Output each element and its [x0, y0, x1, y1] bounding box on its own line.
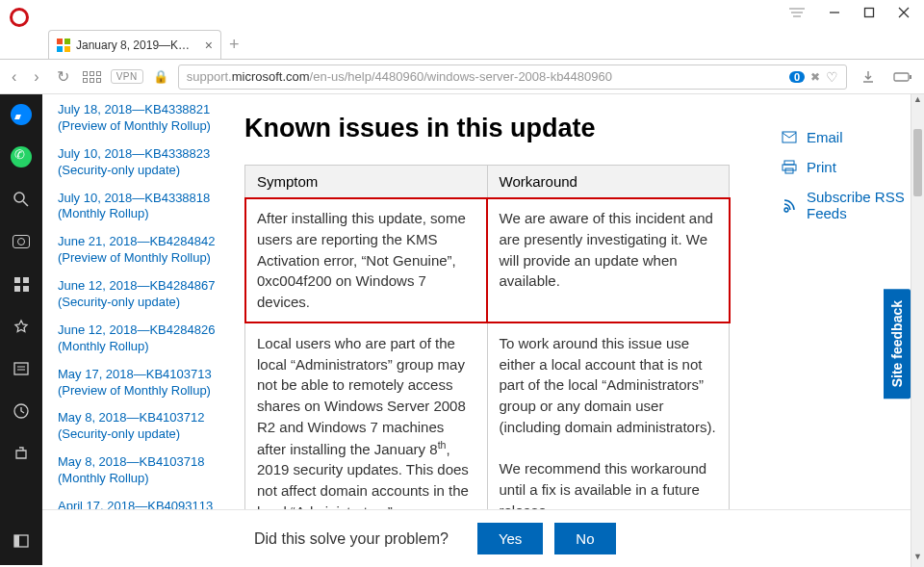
svg-rect-9 [910, 75, 911, 79]
news-icon[interactable] [11, 358, 32, 379]
print-action[interactable]: Print [782, 159, 909, 175]
scroll-down-button[interactable]: ▼ [911, 552, 924, 567]
forward-button[interactable]: › [30, 66, 42, 88]
nav-link[interactable]: May 8, 2018—KB4103718 (Monthly Rollup) [58, 454, 216, 487]
svg-rect-5 [64, 39, 70, 44]
scroll-thumb[interactable] [913, 129, 922, 196]
mail-icon [782, 131, 797, 144]
ms-favicon [57, 39, 70, 52]
downloads-icon[interactable] [857, 67, 880, 87]
speeddial-icon[interactable] [11, 273, 32, 295]
snapshot-icon[interactable] [11, 231, 32, 252]
col-symptom: Symptom [245, 166, 488, 198]
back-button[interactable]: ‹ [8, 66, 20, 88]
scrollbar[interactable]: ▲ ▼ [911, 94, 924, 567]
cell-symptom: Local users who are part of the local “A… [245, 322, 488, 532]
table-row: Local users who are part of the local “A… [245, 322, 730, 532]
issues-table: Symptom Workaround After installing this… [244, 165, 730, 533]
svg-rect-12 [14, 363, 28, 374]
new-tab-button[interactable]: + [229, 35, 240, 55]
bookmarks-icon[interactable] [11, 316, 32, 337]
svg-rect-20 [783, 165, 796, 170]
close-window-button[interactable] [897, 6, 911, 19]
nav-link[interactable]: May 17, 2018—KB4103713 (Preview of Month… [58, 367, 216, 399]
svg-rect-4 [57, 39, 63, 44]
url-domain: microsoft.com [232, 69, 310, 84]
feedback-no-button[interactable]: No [554, 523, 615, 554]
opera-logo[interactable] [10, 8, 29, 27]
print-icon [782, 160, 797, 175]
nav-link[interactable]: June 21, 2018—KB4284842 (Preview of Mont… [58, 234, 216, 267]
nav-link[interactable]: June 12, 2018—KB4284867 (Security-only u… [58, 278, 216, 311]
sidebar-toggle-icon[interactable] [11, 530, 32, 552]
vpn-badge[interactable]: VPN [111, 69, 143, 84]
feedback-bar: Did this solve your problem? Yes No [42, 509, 911, 567]
svg-rect-8 [894, 73, 909, 81]
tab-title: January 8, 2019—KB4480 [76, 39, 197, 52]
svg-rect-19 [784, 161, 794, 165]
nav-link[interactable]: June 12, 2018—KB4284826 (Monthly Rollup) [58, 322, 216, 355]
nav-link[interactable]: July 10, 2018—KB4338818 (Monthly Rollup) [58, 191, 216, 223]
extensions-icon[interactable] [11, 443, 32, 464]
clear-url-icon[interactable]: ✖ [810, 70, 820, 84]
action-label: Subscribe RSS Feeds [807, 189, 909, 221]
speed-dial-icon[interactable] [83, 71, 101, 83]
blocker-badge[interactable]: 0 [789, 71, 805, 83]
cell-workaround: We are aware of this incident and are pr… [487, 198, 730, 323]
feedback-question: Did this solve your problem? [254, 530, 449, 548]
svg-line-11 [23, 201, 28, 206]
reload-button[interactable]: ↻ [53, 65, 73, 88]
table-row: After installing this update, some users… [245, 198, 730, 323]
svg-rect-6 [57, 46, 63, 52]
page-heading: Known issues in this update [244, 114, 743, 143]
action-label: Email [807, 129, 843, 145]
svg-rect-17 [14, 535, 19, 547]
browser-tab[interactable]: January 8, 2019—KB4480 × [48, 30, 221, 59]
opera-sidebar [0, 94, 42, 565]
feedback-yes-button[interactable]: Yes [477, 523, 543, 554]
cell-symptom: After installing this update, some users… [245, 198, 488, 323]
maximize-button[interactable] [862, 6, 876, 19]
svg-rect-7 [64, 46, 70, 52]
history-icon[interactable] [11, 400, 32, 422]
action-label: Print [807, 159, 836, 175]
nav-link[interactable]: May 8, 2018—KB4103712 (Security-only upd… [58, 410, 216, 443]
battery-icon[interactable] [889, 69, 916, 85]
nav-link[interactable]: July 10, 2018—KB4338823 (Security-only u… [58, 146, 216, 179]
url-prefix: support. [187, 69, 232, 84]
tab-close-button[interactable]: × [205, 38, 213, 53]
svg-point-10 [14, 193, 24, 202]
col-workaround: Workaround [487, 166, 730, 198]
easy-setup-icon[interactable] [787, 7, 807, 18]
rss-icon [782, 197, 797, 213]
mail-action[interactable]: Email [782, 129, 909, 145]
rss-action[interactable]: Subscribe RSS Feeds [782, 189, 909, 221]
minimize-button[interactable] [828, 6, 841, 19]
site-feedback-tab[interactable]: Site feedback [884, 289, 911, 399]
whatsapp-icon[interactable] [11, 146, 32, 168]
svg-rect-1 [865, 9, 874, 17]
lock-icon[interactable]: 🔒 [153, 69, 168, 84]
url-path: /en-us/help/4480960/windows-server-2008-… [310, 69, 612, 84]
cell-workaround: To work around this issue use either a l… [487, 322, 730, 532]
scroll-up-button[interactable]: ▲ [911, 94, 924, 110]
search-icon[interactable] [11, 189, 32, 210]
article-nav-list: July 18, 2018—KB4338821 (Preview of Mont… [42, 94, 225, 565]
nav-link[interactable]: July 18, 2018—KB4338821 (Preview of Mont… [58, 102, 216, 135]
messenger-icon[interactable] [11, 104, 32, 125]
address-bar[interactable]: support.microsoft.com/en-us/help/4480960… [178, 64, 847, 90]
bookmark-icon[interactable]: ♡ [826, 69, 838, 85]
